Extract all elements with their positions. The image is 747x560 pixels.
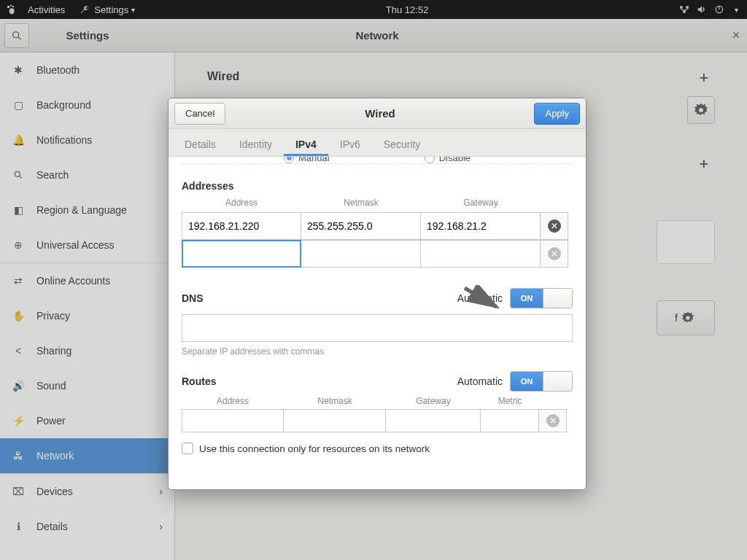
routes-col-netmask: Netmask (284, 396, 386, 409)
dns-heading: DNS (182, 292, 204, 304)
dialog-title: Wired (225, 107, 534, 120)
remove-route-row[interactable]: ✕ (539, 409, 567, 432)
routes-col-metric: Metric (481, 396, 539, 409)
gateway-input-0[interactable] (421, 212, 541, 240)
gateway-input-1[interactable] (421, 240, 541, 268)
ipv4-method-manual[interactable]: Manual (284, 157, 330, 163)
remove-address-row-0[interactable]: ✕ (541, 212, 568, 240)
checkbox-icon (182, 443, 193, 454)
ipv4-method-disable[interactable]: Disable (425, 157, 471, 163)
tab-ipv4[interactable]: IPv4 (284, 131, 328, 156)
dns-hint: Separate IP addresses with commas (182, 346, 573, 357)
dialog-tabs: Details Identity IPv4 IPv6 Security (169, 129, 586, 157)
ipv4-method-row: Manual Disable (182, 157, 573, 164)
routes-automatic-label: Automatic (457, 376, 503, 387)
netmask-input-0[interactable] (301, 212, 421, 240)
dns-automatic-switch[interactable]: ON (510, 288, 573, 308)
route-gateway-input[interactable] (386, 409, 481, 432)
switch-on-label: ON (511, 372, 543, 391)
switch-knob (543, 289, 572, 308)
tab-ipv6[interactable]: IPv6 (328, 131, 372, 156)
route-netmask-input[interactable] (284, 409, 386, 432)
tab-identity[interactable]: Identity (228, 131, 284, 156)
switch-on-label: ON (511, 289, 543, 308)
dns-automatic-label: Automatic (457, 292, 503, 304)
address-input-1[interactable] (182, 240, 301, 268)
apply-button[interactable]: Apply (534, 103, 580, 125)
col-gateway-header: Gateway (421, 198, 541, 211)
tab-details[interactable]: Details (173, 131, 228, 156)
remove-icon: ✕ (546, 414, 560, 427)
only-resources-label: Use this connection only for resources o… (199, 443, 430, 454)
radio-icon (284, 157, 294, 163)
col-address-header: Address (182, 198, 301, 211)
routes-heading: Routes (182, 376, 216, 387)
routes-col-address: Address (182, 396, 284, 409)
wired-settings-dialog: Cancel Wired Apply Details Identity IPv4… (168, 98, 587, 490)
dns-servers-input[interactable] (182, 314, 573, 342)
remove-icon: ✕ (548, 247, 561, 260)
only-resources-checkbox-row[interactable]: Use this connection only for resources o… (182, 443, 573, 454)
cancel-button[interactable]: Cancel (174, 103, 225, 125)
routes-col-gateway: Gateway (386, 396, 481, 409)
route-address-input[interactable] (182, 409, 284, 432)
switch-knob (543, 372, 572, 391)
addresses-heading: Addresses (182, 180, 573, 192)
routes-automatic-switch[interactable]: ON (510, 371, 573, 392)
col-netmask-header: Netmask (301, 198, 421, 211)
remove-address-row-1[interactable]: ✕ (541, 240, 568, 268)
route-metric-input[interactable] (481, 409, 539, 432)
radio-icon (425, 157, 435, 163)
address-input-0[interactable] (182, 212, 301, 240)
netmask-input-1[interactable] (301, 240, 421, 268)
remove-icon: ✕ (548, 219, 561, 233)
tab-security[interactable]: Security (372, 131, 433, 156)
